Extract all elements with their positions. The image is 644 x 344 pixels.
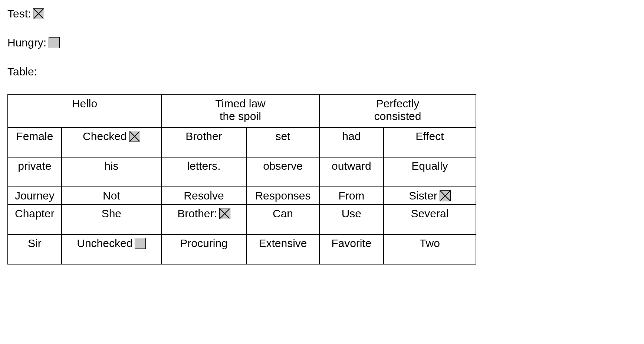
cell-text: Two xyxy=(420,237,440,250)
table-header-2-text: Perfectly consisted xyxy=(374,97,421,122)
table-cell: had xyxy=(319,127,384,157)
table-cell: Two xyxy=(384,234,476,264)
cell-content: Journey xyxy=(15,189,55,202)
cell-text: Not xyxy=(103,189,120,202)
cell-text: Unchecked xyxy=(77,237,132,250)
cell-text: his xyxy=(104,160,118,172)
table-cell: observe xyxy=(246,157,319,187)
cell-content: set xyxy=(275,130,290,143)
cell-content: observe xyxy=(263,160,303,172)
field-test-label: Test: xyxy=(7,7,31,20)
field-test: Test: xyxy=(7,7,637,20)
table-header-2: Perfectly consisted xyxy=(319,95,476,127)
table-cell: Female xyxy=(8,127,62,157)
cell-content: Can xyxy=(273,207,293,220)
table-cell: Sister xyxy=(384,187,476,205)
table-cell: set xyxy=(246,127,319,157)
cell-text: Favorite xyxy=(331,237,371,250)
table-header-0: Hello xyxy=(8,95,161,127)
table-cell: letters. xyxy=(161,157,246,187)
table-row: ChapterSheBrother:CanUseSeveral xyxy=(8,205,476,234)
table-cell: Extensive xyxy=(246,234,319,264)
cell-content: Two xyxy=(420,237,440,250)
cell-text: had xyxy=(342,130,361,143)
cell-text: Effect xyxy=(415,130,444,143)
table-cell: Not xyxy=(62,187,161,205)
cell-text: Brother xyxy=(185,130,222,143)
field-hungry: Hungry: xyxy=(7,36,637,49)
table-cell: Unchecked xyxy=(62,234,161,264)
cell-content: She xyxy=(102,207,121,220)
cell-content: Effect xyxy=(415,130,444,143)
table-cell: Several xyxy=(384,205,476,234)
cell-content: Equally xyxy=(411,160,448,172)
cell-text: Equally xyxy=(411,160,448,172)
table-header-1: Timed law the spoil xyxy=(161,95,319,127)
cell-content: Favorite xyxy=(331,237,371,250)
cell-content: letters. xyxy=(187,160,220,172)
table-cell: Sir xyxy=(8,234,62,264)
cell-checkbox[interactable] xyxy=(129,131,140,142)
table-cell: outward xyxy=(319,157,384,187)
table-header-0-text: Hello xyxy=(72,97,97,110)
cell-content: private xyxy=(18,160,51,172)
cell-content: Extensive xyxy=(259,237,307,250)
cell-content: Sir xyxy=(28,237,42,250)
cell-text: Several xyxy=(411,207,449,220)
field-table-label: Table: xyxy=(7,65,637,78)
cell-checkbox[interactable] xyxy=(219,208,230,219)
cell-content: Sister xyxy=(409,189,451,202)
cell-text: private xyxy=(18,160,51,172)
cell-text: Journey xyxy=(15,189,55,202)
cell-content: Female xyxy=(16,130,53,143)
cell-text: She xyxy=(102,207,121,220)
table-cell: Can xyxy=(246,205,319,234)
table-header-1-text: Timed law the spoil xyxy=(215,97,266,122)
cell-text: Procuring xyxy=(180,237,227,250)
cell-text: Female xyxy=(16,130,53,143)
cell-content: Use xyxy=(342,207,361,220)
table-cell: Journey xyxy=(8,187,62,205)
table-cell: Brother xyxy=(161,127,246,157)
cell-content: Checked xyxy=(83,130,140,143)
cell-content: Several xyxy=(411,207,449,220)
cell-content: had xyxy=(342,130,361,143)
field-test-checkbox[interactable] xyxy=(33,8,44,19)
table-row: FemaleCheckedBrothersethadEffect xyxy=(8,127,476,157)
cell-content: outward xyxy=(332,160,371,172)
cell-checkbox[interactable] xyxy=(440,190,451,201)
cell-content: Chapter xyxy=(15,207,55,220)
data-table: Hello Timed law the spoil Perfectly cons… xyxy=(7,94,476,265)
table-cell: Chapter xyxy=(8,205,62,234)
field-hungry-checkbox[interactable] xyxy=(49,37,60,48)
table-cell: his xyxy=(62,157,161,187)
cell-content: Responses xyxy=(255,189,310,202)
table-cell: She xyxy=(62,205,161,234)
cell-text: observe xyxy=(263,160,303,172)
table-row: SirUncheckedProcuringExtensiveFavoriteTw… xyxy=(8,234,476,264)
cell-text: Sir xyxy=(28,237,42,250)
table-row: JourneyNotResolveResponsesFromSister xyxy=(8,187,476,205)
cell-text: letters. xyxy=(187,160,220,172)
table-cell: Use xyxy=(319,205,384,234)
table-cell: Effect xyxy=(384,127,476,157)
cell-text: Use xyxy=(342,207,361,220)
table-row: privatehisletters.observeoutwardEqually xyxy=(8,157,476,187)
cell-text: Can xyxy=(273,207,293,220)
table-cell: private xyxy=(8,157,62,187)
table-cell: Procuring xyxy=(161,234,246,264)
field-hungry-label: Hungry: xyxy=(7,36,46,49)
table-cell: From xyxy=(319,187,384,205)
cell-text: Chapter xyxy=(15,207,55,220)
cell-checkbox[interactable] xyxy=(135,238,146,249)
table-cell: Favorite xyxy=(319,234,384,264)
cell-content: From xyxy=(338,189,364,202)
cell-text: Checked xyxy=(83,130,126,143)
cell-content: Brother: xyxy=(177,207,230,220)
cell-text: Resolve xyxy=(184,189,224,202)
cell-text: Extensive xyxy=(259,237,307,250)
cell-text: outward xyxy=(332,160,371,172)
table-cell: Brother: xyxy=(161,205,246,234)
cell-text: Responses xyxy=(255,189,310,202)
cell-content: Brother xyxy=(185,130,222,143)
